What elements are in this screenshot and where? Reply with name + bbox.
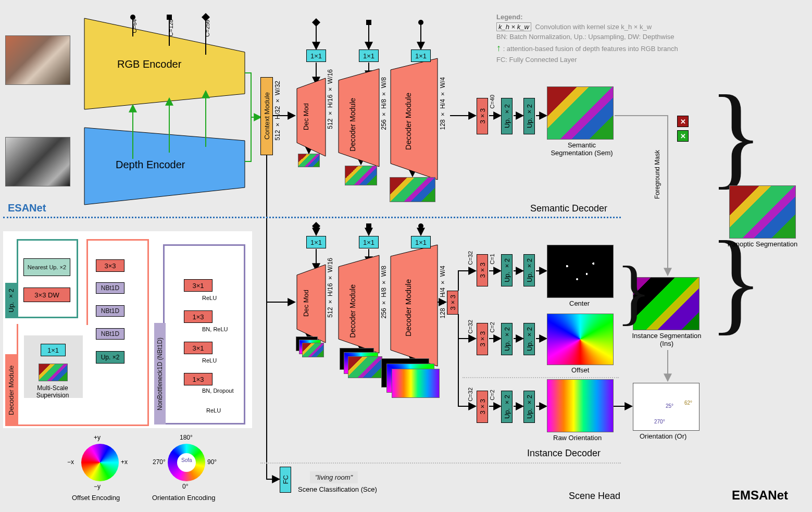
decmod-ins-2: Decoder Module: [348, 284, 357, 338]
nearest-up-block: Nearest Up. ×2: [23, 258, 70, 276]
offset-enc-label: Offset Encoding: [72, 494, 120, 502]
rgb-encoder-label: RGB Encoder: [117, 58, 181, 70]
nb-bnrelu: BN, ReLU: [202, 326, 228, 332]
conv1x1-sem-3: 1×1: [411, 49, 431, 62]
offset-thumb: [547, 314, 614, 365]
orient-output-thumb: 25° 270° 62°: [633, 383, 699, 431]
decmod-ins-1: Dec Mod: [302, 290, 310, 317]
ms-conv1x1: 1×1: [41, 344, 66, 356]
nb-conv1x3-2: 1×3: [184, 373, 213, 385]
ms-thumb: [39, 364, 68, 381]
center-label: Center: [569, 299, 590, 307]
offset-color-wheel: [81, 444, 119, 481]
svg-rect-13: [366, 20, 371, 25]
nbt1d-detail-label: NonBottleneck1D (NBt1D): [154, 323, 166, 424]
fg-mask-label: Foreground Mask: [654, 150, 661, 199]
orient-enc-label: Orientation Encoding: [152, 494, 215, 502]
deg180: 180°: [180, 434, 193, 441]
center-c32: C=32: [467, 251, 473, 265]
c256-label: C=256: [204, 20, 210, 37]
raw-orient-label: Raw Orientation: [553, 434, 602, 442]
sofa-annotation: Sofa: [181, 457, 192, 463]
center-thumb: [547, 245, 614, 298]
sem-output-thumb: [547, 86, 614, 140]
orient-conv3x3: 3×3: [477, 391, 488, 423]
ms-sem-1: [298, 154, 320, 167]
conv1x1-sem-1: 1×1: [306, 49, 326, 62]
dim-512-16-sem: 512 × H/16 × W/16: [327, 69, 334, 129]
fg-mask-x: ✕: [677, 116, 689, 127]
ms-ins-3c: [392, 369, 440, 398]
ms-sem-2: [345, 166, 377, 185]
orient-up2: Up. ×2: [523, 391, 535, 423]
svg-marker-55: [391, 58, 438, 180]
svg-marker-53: [297, 78, 326, 156]
nb-relu-1: ReLU: [202, 295, 217, 301]
plus-y: +y: [94, 434, 101, 441]
ms-ins-1c: [302, 343, 324, 357]
conv1x1-ins-1: 1×1: [306, 236, 326, 248]
offset-label: Offset: [571, 366, 589, 374]
minus-y: −y: [94, 483, 101, 490]
conv1x1-ins-3: 1×1: [411, 236, 431, 248]
dim-256-8-ins: 256 × H/8 × W/8: [380, 266, 388, 318]
ins-decoder-label: Instance Decoder: [527, 448, 601, 459]
decmod-detail-label: Decoder Module: [5, 354, 17, 426]
deg0: 0°: [182, 483, 188, 490]
brace-center-offset: }: [616, 255, 651, 328]
depth-encoder-label: Depth Encoder: [116, 159, 185, 171]
ms-sup-label: Multi-Scale Supervision: [29, 384, 76, 399]
legend-fc: FC: Fully Connected Layer: [496, 56, 788, 64]
ins-output-label: Instance Segmentation (Ins): [625, 332, 708, 347]
ms-sem-3: [390, 177, 435, 202]
nb-conv3x1-2: 3×1: [184, 342, 213, 354]
sem-output-label: Semantic Segmentation (Sem): [548, 141, 615, 157]
c64-label: C=64: [131, 19, 138, 33]
dim-256-8-sem: 256 × H/8 × W/8: [380, 77, 388, 130]
c128-label: C=128: [168, 19, 174, 36]
fg-mask-check: ✕: [677, 130, 689, 142]
svg-marker-54: [339, 69, 379, 167]
plus-x: +x: [121, 458, 128, 466]
sem-decoder-label: Semantic Decoder: [530, 203, 607, 214]
deg270: 270°: [153, 458, 166, 466]
ins-shared-conv3x3: 3×3: [447, 291, 458, 315]
scene-value: "living room": [310, 471, 358, 483]
dim-512-16-ins: 512 × H/16 × W/16: [327, 258, 334, 318]
svg-rect-22: [366, 223, 371, 229]
svg-marker-58: [391, 245, 438, 366]
nb-relu-3: ReLU: [206, 407, 221, 414]
nb-relu-2: ReLU: [202, 357, 217, 364]
center-conv3x3: 3×3: [477, 254, 488, 286]
orient-up1: Up. ×2: [501, 391, 513, 423]
orient-c32: C=32: [467, 388, 473, 402]
sep-esanet: [3, 217, 621, 218]
decmod-sem-1: Dec Mod: [302, 103, 310, 130]
up2-detail-frame: [17, 239, 78, 318]
up2-detail-label: Up. ×2: [5, 283, 17, 318]
deg90: 90°: [207, 458, 217, 466]
scene-class-label: Scene Classification (Sce): [298, 485, 377, 493]
dim-128-4-sem: 128 × H/4 × W/4: [439, 77, 446, 130]
decmod-sem-2: Decoder Module: [348, 98, 357, 152]
conv-kernel-text: Convolution with kernel size k_h × k_w: [535, 23, 652, 31]
dm-nbt1d-3: NBt1D: [96, 328, 124, 340]
offset-up2: Up. ×2: [523, 323, 535, 355]
center-up1: Up. ×2: [501, 254, 513, 286]
offset-conv3x3: 3×3: [477, 323, 488, 355]
conv3x3dw-block: 3×3 DW: [23, 288, 70, 302]
dm-nbt1d-2: NBt1D: [96, 305, 124, 317]
center-c1: C=1: [489, 254, 495, 265]
offset-up1: Up. ×2: [501, 323, 513, 355]
sem-c40: C=40: [489, 95, 495, 109]
ms-ins-2c: [348, 356, 382, 378]
fc-block: FC: [280, 467, 291, 493]
dm-conv3x3: 3×3: [96, 259, 124, 272]
nb-conv1x3-1: 1×3: [184, 310, 213, 323]
conv1x1-sem-2: 1×1: [359, 49, 379, 62]
conv-kernel-box: k_h × k_w: [496, 22, 531, 31]
orient-label: Orientation (Or): [640, 432, 686, 440]
scene-head-label: Scene Head: [569, 491, 620, 502]
dm-nbt1d-1: NBt1D: [96, 282, 124, 294]
svg-point-23: [418, 223, 423, 229]
